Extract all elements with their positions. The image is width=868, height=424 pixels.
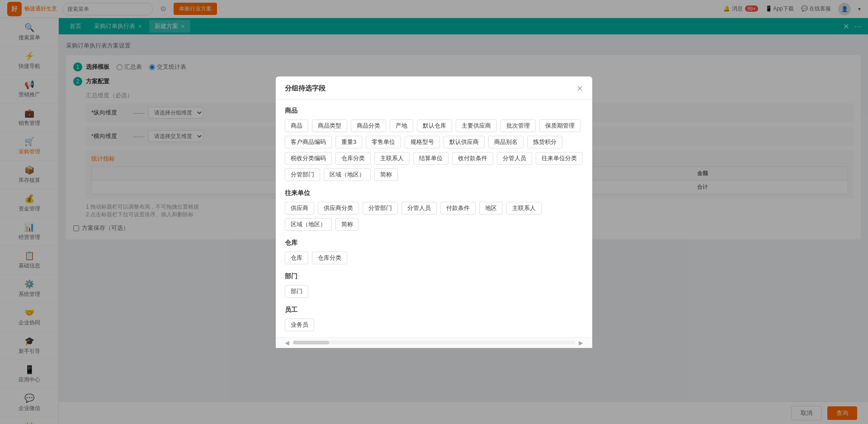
- field-tag-1-2[interactable]: 分管部门: [363, 202, 398, 214]
- field-tag-0-17[interactable]: 主联系人: [374, 152, 410, 165]
- field-tag-0-23[interactable]: 区域（地区）: [324, 168, 371, 181]
- field-tag-0-21[interactable]: 往来单位分类: [536, 152, 583, 165]
- field-tag-3-0[interactable]: 部门: [285, 285, 308, 298]
- field-tags-0: 商品商品类型商品分类产地默认仓库主要供应商批次管理保质期管理客户商品编码重量3零…: [285, 119, 583, 181]
- field-tag-1-7[interactable]: 区域（地区）: [285, 218, 332, 231]
- field-tag-0-10[interactable]: 零售单位: [366, 136, 401, 148]
- field-tag-0-0[interactable]: 商品: [285, 119, 308, 132]
- modal-hscroll: ◀ ▶: [276, 337, 592, 348]
- field-group-title-2: 仓库: [285, 239, 583, 247]
- field-group-title-0: 商品: [285, 107, 583, 115]
- field-tags-4: 业务员: [285, 319, 583, 331]
- modal-title: 分组待选字段: [285, 84, 326, 93]
- field-tag-1-6[interactable]: 主联系人: [506, 202, 542, 214]
- field-tag-0-9[interactable]: 重量3: [335, 136, 362, 148]
- field-tag-1-8[interactable]: 简称: [335, 218, 359, 231]
- field-tag-1-3[interactable]: 分管人员: [401, 202, 437, 214]
- field-tags-2: 仓库仓库分类: [285, 252, 583, 264]
- field-tag-0-11[interactable]: 规格型号: [405, 136, 440, 148]
- field-tags-3: 部门: [285, 285, 583, 298]
- hscroll-track: [293, 341, 575, 344]
- field-tag-1-5[interactable]: 地区: [479, 202, 503, 214]
- field-group-3: 部门部门: [285, 272, 583, 298]
- field-group-0: 商品商品商品类型商品分类产地默认仓库主要供应商批次管理保质期管理客户商品编码重量…: [285, 107, 583, 181]
- field-group-title-3: 部门: [285, 272, 583, 281]
- field-tag-0-15[interactable]: 税收分类编码: [285, 152, 332, 165]
- field-tag-0-8[interactable]: 客户商品编码: [285, 136, 332, 148]
- hscroll-right-icon[interactable]: ▶: [579, 339, 583, 346]
- modal-close-btn[interactable]: ✕: [576, 84, 583, 94]
- field-tag-1-1[interactable]: 供应商分类: [318, 202, 359, 214]
- field-group-title-4: 员工: [285, 306, 583, 314]
- modal: 分组待选字段 ✕ 商品商品商品类型商品分类产地默认仓库主要供应商批次管理保质期管…: [276, 76, 592, 348]
- field-tag-4-0[interactable]: 业务员: [285, 319, 314, 331]
- field-tag-1-4[interactable]: 付款条件: [440, 202, 476, 214]
- field-tag-0-6[interactable]: 批次管理: [500, 119, 536, 132]
- field-tag-0-22[interactable]: 分管部门: [285, 168, 320, 181]
- field-tag-0-14[interactable]: 拣货积分: [527, 136, 562, 148]
- modal-body: 商品商品商品类型商品分类产地默认仓库主要供应商批次管理保质期管理客户商品编码重量…: [276, 100, 592, 337]
- field-tag-0-7[interactable]: 保质期管理: [539, 119, 580, 132]
- field-tag-0-12[interactable]: 默认供应商: [443, 136, 485, 148]
- field-group-title-1: 往来单位: [285, 189, 583, 197]
- field-group-2: 仓库仓库仓库分类: [285, 239, 583, 264]
- field-tag-0-3[interactable]: 产地: [390, 119, 413, 132]
- field-tag-2-1[interactable]: 仓库分类: [312, 252, 347, 264]
- field-tag-0-16[interactable]: 仓库分类: [335, 152, 371, 165]
- modal-header: 分组待选字段 ✕: [276, 76, 592, 100]
- field-tag-0-20[interactable]: 分管人员: [497, 152, 532, 165]
- field-tag-0-4[interactable]: 默认仓库: [417, 119, 452, 132]
- field-tag-2-0[interactable]: 仓库: [285, 252, 308, 264]
- field-group-4: 员工业务员: [285, 306, 583, 331]
- field-tag-1-0[interactable]: 供应商: [285, 202, 314, 214]
- field-tag-0-19[interactable]: 收付款条件: [452, 152, 493, 165]
- field-tag-0-18[interactable]: 结算单位: [413, 152, 448, 165]
- field-tag-0-2[interactable]: 商品分类: [351, 119, 386, 132]
- field-tag-0-5[interactable]: 主要供应商: [456, 119, 497, 132]
- field-tags-1: 供应商供应商分类分管部门分管人员付款条件地区主联系人区域（地区）简称: [285, 202, 583, 231]
- hscroll-left-icon[interactable]: ◀: [285, 339, 289, 346]
- field-tag-0-1[interactable]: 商品类型: [312, 119, 347, 132]
- modal-overlay: 分组待选字段 ✕ 商品商品商品类型商品分类产地默认仓库主要供应商批次管理保质期管…: [0, 0, 868, 424]
- field-tag-0-13[interactable]: 商品别名: [488, 136, 524, 148]
- field-group-1: 往来单位供应商供应商分类分管部门分管人员付款条件地区主联系人区域（地区）简称: [285, 189, 583, 231]
- hscroll-thumb: [293, 341, 329, 344]
- field-tag-0-24[interactable]: 简称: [374, 168, 398, 181]
